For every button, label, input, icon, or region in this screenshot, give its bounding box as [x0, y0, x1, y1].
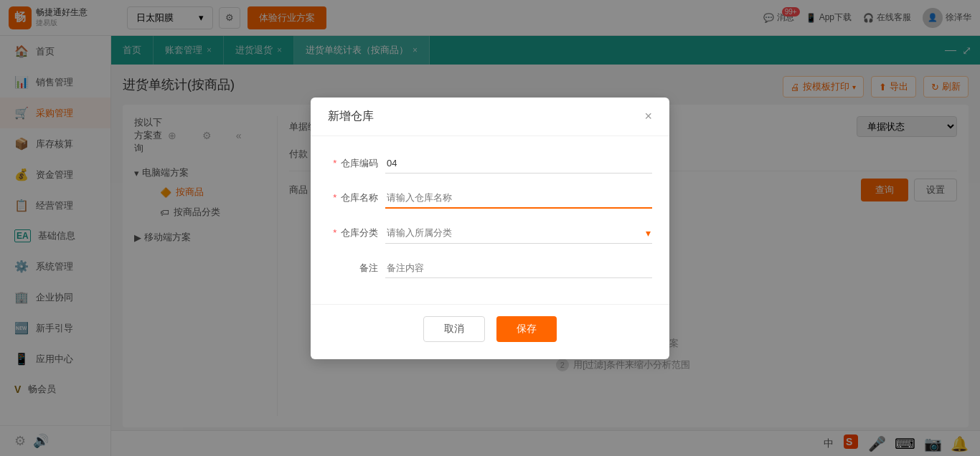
required-star-code: *: [333, 158, 336, 168]
remark-input[interactable]: [385, 258, 652, 278]
modal-overlay: 新增仓库 × * 仓库编码 * 仓库名称: [0, 0, 980, 456]
form-row-category: * 仓库分类 ▾: [328, 223, 652, 244]
form-row-remark: 备注: [328, 258, 652, 278]
modal-close-btn[interactable]: ×: [644, 109, 652, 124]
remark-label: 备注: [328, 262, 385, 275]
form-row-name: * 仓库名称: [328, 188, 652, 209]
new-warehouse-modal: 新增仓库 × * 仓库编码 * 仓库名称: [311, 98, 669, 359]
save-button[interactable]: 保存: [496, 316, 557, 342]
category-select-input[interactable]: [387, 227, 646, 238]
category-label: * 仓库分类: [328, 227, 385, 239]
name-label: * 仓库名称: [328, 191, 385, 204]
modal-footer: 取消 保存: [311, 304, 669, 359]
cancel-button[interactable]: 取消: [423, 316, 485, 342]
code-label: * 仓库编码: [328, 157, 385, 170]
required-star-category: *: [333, 227, 336, 238]
form-row-code: * 仓库编码: [328, 153, 652, 174]
warehouse-name-input[interactable]: [385, 188, 652, 209]
modal-body: * 仓库编码 * 仓库名称 * 仓库分类: [311, 136, 669, 304]
required-star-name: *: [333, 192, 336, 203]
category-select-wrap[interactable]: ▾: [385, 223, 652, 244]
category-dropdown-icon: ▾: [646, 227, 651, 239]
modal-title: 新增仓库: [328, 109, 374, 124]
warehouse-code-input[interactable]: [385, 153, 652, 174]
modal-header: 新增仓库 ×: [311, 98, 669, 136]
